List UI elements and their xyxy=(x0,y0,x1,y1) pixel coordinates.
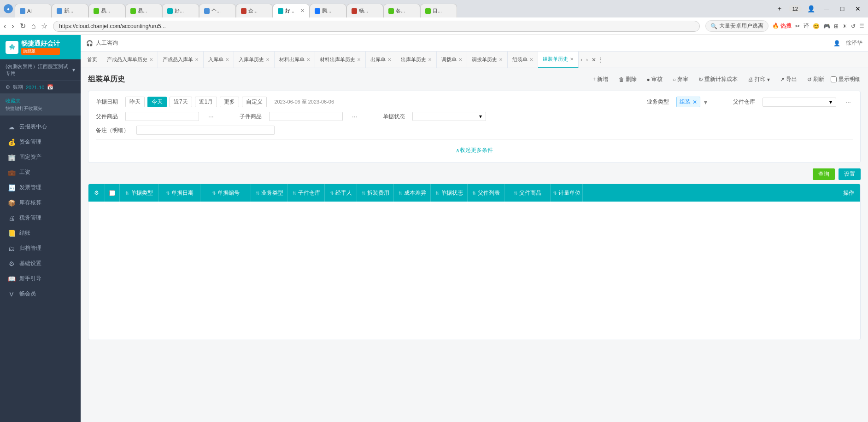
browser-tab-6[interactable]: 企... xyxy=(236,4,273,17)
sidebar-item-closing[interactable]: 📒 结账 xyxy=(0,225,81,241)
tab-outbound-history[interactable]: 出库单历史 ✕ xyxy=(396,52,437,68)
tab-home[interactable]: 首页 xyxy=(82,52,102,68)
col-unit[interactable]: 计量单位 xyxy=(551,184,583,202)
tab-close-inbound[interactable]: ✕ xyxy=(225,57,229,62)
date-btn-today[interactable]: 今天 xyxy=(147,97,167,107)
sidebar-item-invoice[interactable]: 🧾 发票管理 xyxy=(0,180,81,195)
company-selector[interactable]: (勿删勿禁用）江西服宝测试专用 ▾ xyxy=(0,59,81,81)
tab-close-assembly[interactable]: ✕ xyxy=(529,57,533,62)
date-btn-more[interactable]: 更多 xyxy=(220,97,239,107)
tab-transfer[interactable]: 调拨单 ✕ xyxy=(437,52,467,68)
browser-tab-9[interactable]: 畅... xyxy=(346,4,383,17)
export-button[interactable]: ↗ 导出 xyxy=(776,74,801,85)
tab-nav-left[interactable]: ‹ xyxy=(579,55,584,65)
refresh-button[interactable]: ↺ 刷新 xyxy=(803,74,828,85)
sidebar-item-guide[interactable]: 📖 新手引导 xyxy=(0,271,81,286)
tab-close-transfer[interactable]: ✕ xyxy=(458,57,462,62)
sidebar-item-settings[interactable]: ⚙ 基础设置 xyxy=(0,256,81,271)
browser-tab-8[interactable]: 腾... xyxy=(310,4,346,17)
tab-count-badge[interactable]: 12 xyxy=(789,5,802,12)
parent-goods-input[interactable] xyxy=(125,112,199,121)
emoji-tool[interactable]: 😊 xyxy=(813,23,820,29)
tab-inbound-history[interactable]: 入库单历史 ✕ xyxy=(234,52,275,68)
tab-material-out[interactable]: 材料出库单 ✕ xyxy=(275,52,315,68)
browser-tab-2[interactable]: 易... xyxy=(88,4,125,17)
tab-assembly-history[interactable]: 组装单历史 ✕ xyxy=(538,52,579,68)
window-profile-button[interactable]: 👤 xyxy=(804,2,817,15)
query-button[interactable]: 查询 xyxy=(813,168,835,180)
browser-tab-1[interactable]: 新... xyxy=(52,4,88,17)
sidebar-item-inventory[interactable]: 📦 库存核算 xyxy=(0,195,81,210)
browser-tab-11[interactable]: 目... xyxy=(420,4,457,17)
audit-button[interactable]: ● 审核 xyxy=(643,74,666,85)
show-detail-checkbox[interactable] xyxy=(831,76,837,82)
tab-close-inbound-history[interactable]: ✕ xyxy=(266,57,270,62)
sidebar-item-salary[interactable]: 💼 工资 xyxy=(0,165,81,180)
sidebar-item-archive[interactable]: 🗂 归档管理 xyxy=(0,241,81,256)
back-button[interactable]: ‹ xyxy=(4,22,6,30)
note-input[interactable] xyxy=(136,126,275,135)
print-dropdown-icon[interactable]: ▾ xyxy=(767,76,770,83)
col-child-warehouse[interactable]: 子件仓库 xyxy=(288,184,325,202)
sidebar-favorites[interactable]: 收藏夹 快捷键打开收藏夹 xyxy=(0,94,81,116)
game-tool[interactable]: 🎮 xyxy=(823,23,830,29)
forward-button[interactable]: › xyxy=(12,22,14,30)
new-tab-button[interactable]: ＋ xyxy=(773,2,786,15)
tab-inbound[interactable]: 入库单 ✕ xyxy=(204,52,234,68)
col-parent-list[interactable]: 父件列表 xyxy=(468,184,504,202)
tab-close-material-out-history[interactable]: ✕ xyxy=(357,57,361,62)
col-disassembly-fee[interactable]: 拆装费用 xyxy=(357,184,394,202)
print-button[interactable]: 🖨 打印 ▾ xyxy=(744,74,774,85)
more-filter-btn[interactable]: ··· xyxy=(844,98,853,106)
parent-goods-more[interactable]: ··· xyxy=(206,113,216,120)
sidebar-item-fixed-assets[interactable]: 🏢 固定资产 xyxy=(0,150,81,165)
tab-finished[interactable]: 产成品入库单 ✕ xyxy=(158,52,204,68)
menu-tool[interactable]: ☰ xyxy=(859,23,864,29)
tab-close-finished[interactable]: ✕ xyxy=(195,57,199,62)
brightness-tool[interactable]: ☀ xyxy=(842,23,847,29)
col-bill-type[interactable]: 单据类型 xyxy=(120,184,159,202)
sidebar-item-funds[interactable]: 💰 资金管理 xyxy=(0,134,81,150)
remove-business-type-tag[interactable]: ✕ xyxy=(692,99,697,105)
translate-tool[interactable]: 译 xyxy=(803,22,809,30)
tab-finished-history[interactable]: 产成品入库单历史 ✕ xyxy=(102,52,158,68)
show-detail-toggle[interactable]: 显示明细 xyxy=(831,75,861,83)
browser-tab-7[interactable]: 好... ✕ xyxy=(273,4,310,17)
refresh-browser-button[interactable]: ↻ xyxy=(20,22,26,30)
tab-outbound[interactable]: 出库单 ✕ xyxy=(366,52,396,68)
tab-close-transfer-history[interactable]: ✕ xyxy=(499,57,503,62)
user-service-label[interactable]: 人工咨询 xyxy=(96,39,118,47)
parent-warehouse-select[interactable]: ▾ xyxy=(762,98,836,107)
minimize-button[interactable]: ─ xyxy=(820,2,833,15)
sidebar-item-tax[interactable]: 🖨 税务管理 xyxy=(0,210,81,225)
close-button[interactable]: ✕ xyxy=(851,2,864,15)
bookmark-button[interactable]: ☆ xyxy=(41,22,47,30)
maximize-button[interactable]: □ xyxy=(836,2,849,15)
tab-close-outbound[interactable]: ✕ xyxy=(387,57,391,62)
abandon-button[interactable]: ○ 弃审 xyxy=(669,74,692,85)
tab-assembly[interactable]: 组装单 ✕ xyxy=(508,52,538,68)
company-dropdown-icon[interactable]: ▾ xyxy=(72,67,75,73)
undo-tool[interactable]: ↺ xyxy=(851,23,856,29)
col-cost-diff[interactable]: 成本差异 xyxy=(394,184,431,202)
sidebar-item-member[interactable]: V 畅会员 xyxy=(0,286,81,301)
collapse-button[interactable]: ∧ 收起更多条件 xyxy=(453,144,496,157)
bill-status-select[interactable]: ▾ xyxy=(412,112,486,121)
scissors-tool[interactable]: ✂ xyxy=(795,23,800,29)
new-button[interactable]: + 新增 xyxy=(589,74,612,85)
url-bar[interactable] xyxy=(53,21,699,32)
col-parent-goods[interactable]: 父件商品 xyxy=(504,184,551,202)
delete-button[interactable]: 🗑 删除 xyxy=(615,74,640,85)
date-btn-custom[interactable]: 自定义 xyxy=(242,97,267,107)
tab-close-finished-history[interactable]: ✕ xyxy=(149,57,153,62)
browser-tab-10[interactable]: 各... xyxy=(383,4,420,17)
tab-close-icon[interactable]: ✕ xyxy=(300,8,305,14)
col-settings[interactable]: ⚙ xyxy=(88,184,105,202)
tab-more-button[interactable]: ⋮ xyxy=(598,57,604,63)
recalc-button[interactable]: ↻ 重新计算成本 xyxy=(695,74,741,85)
browser-tab-0[interactable]: Ai xyxy=(15,4,52,17)
sidebar-item-reports[interactable]: ☁ 云报表中心 xyxy=(0,119,81,134)
col-bill-date[interactable]: 单据日期 xyxy=(159,184,200,202)
browser-tab-3[interactable]: 易... xyxy=(125,4,162,17)
tab-nav-right[interactable]: › xyxy=(584,55,590,65)
